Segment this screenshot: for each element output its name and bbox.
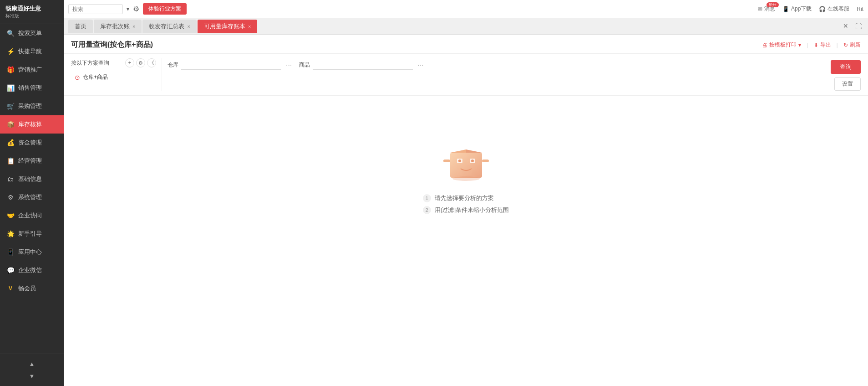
query-button[interactable]: 查询 <box>831 60 861 74</box>
tabbar-actions: × ⛶ <box>840 21 868 32</box>
tab-close-icon[interactable]: × <box>132 24 135 29</box>
tip-number-2: 2 <box>423 206 431 214</box>
service-label: 在线客服 <box>827 5 849 13</box>
sidebar-item-label: 搜索菜单 <box>18 29 42 37</box>
sidebar-item-quick-nav[interactable]: ⚡ 快捷导航 <box>0 42 64 61</box>
message-icon: ✉ <box>758 6 762 12</box>
phone-icon: 📱 <box>782 6 789 12</box>
cart-icon: 🛒 <box>6 102 15 110</box>
warehouse-label: 仓库 <box>168 61 178 69</box>
goods-input[interactable] <box>313 60 413 70</box>
print-dropdown-icon[interactable]: ▾ <box>798 42 801 48</box>
refresh-button[interactable]: ↻ 刷新 <box>843 41 861 49</box>
search-icon: 🔍 <box>6 29 15 37</box>
sidebar-item-apps[interactable]: 📱 应用中心 <box>0 243 64 261</box>
tip-text-1: 请先选择要分析的方案 <box>435 194 494 202</box>
goods-label: 商品 <box>299 61 310 69</box>
sidebar-scroll-down[interactable]: ▼ <box>0 370 64 382</box>
empty-tip-1: 1 请先选择要分析的方案 <box>423 194 509 202</box>
scheme-settings-button[interactable]: ⚙ <box>136 58 145 67</box>
warehouse-more-icon[interactable]: ··· <box>286 61 292 69</box>
separator: | <box>837 41 838 48</box>
sidebar-scroll-up[interactable]: ▲ <box>0 358 64 370</box>
user-menu[interactable]: Rit <box>857 6 863 12</box>
svg-rect-7 <box>443 160 450 162</box>
tabbar: 首页 库存批次账 × 收发存汇总表 × 可用量库存账本 × × ⛶ <box>64 18 868 35</box>
sidebar-item-member[interactable]: V 畅会员 <box>0 279 64 298</box>
goods-filter-group: 商品 ··· <box>299 60 423 70</box>
search-input[interactable] <box>68 4 123 14</box>
close-all-tabs-button[interactable]: × <box>840 21 851 32</box>
sidebar-item-label: 应用中心 <box>18 248 42 256</box>
main-content: ▾ ⚙ 体验行业方案 ✉ 消息 99+ 📱 App下载 🎧 在线客服 Rit <box>64 0 868 386</box>
sidebar-item-sales[interactable]: 📊 销售管理 <box>0 79 64 97</box>
warehouse-input[interactable] <box>181 60 281 70</box>
sidebar-item-label: 基础信息 <box>18 175 42 183</box>
filter-settings-button[interactable]: 设置 <box>834 77 861 91</box>
tab-available[interactable]: 可用量库存账本 × <box>198 20 257 33</box>
sidebar-item-label: 快捷导航 <box>18 47 42 56</box>
page-header: 可用量查询(按仓库+商品) 🖨 按模板打印 ▾ | ⬇ 导出 | ↻ 刷新 <box>64 35 868 54</box>
goods-more-icon[interactable]: ··· <box>417 61 423 69</box>
message-button[interactable]: ✉ 消息 99+ <box>758 5 775 13</box>
tip-number-1: 1 <box>423 194 431 202</box>
collapse-button[interactable]: 《 <box>147 58 156 67</box>
sidebar-item-label: 资金管理 <box>18 139 42 147</box>
tab-batch[interactable]: 库存批次账 × <box>94 20 142 33</box>
settings-gear-icon[interactable]: ⚙ <box>133 5 139 13</box>
tab-close-icon[interactable]: × <box>248 24 251 29</box>
filter-inputs: 仓库 ··· 商品 ··· 查询 设置 <box>168 58 861 91</box>
export-icon: ⬇ <box>814 42 818 48</box>
tab-close-icon[interactable]: × <box>187 24 190 29</box>
app-download-button[interactable]: 📱 App下载 <box>782 5 812 13</box>
empty-state: 1 请先选择要分析的方案 2 用[过滤]条件来缩小分析范围 <box>64 96 868 251</box>
print-icon: 🖨 <box>762 42 767 48</box>
sidebar-item-marketing[interactable]: 🎁 营销推广 <box>0 61 64 79</box>
sidebar-item-wechat[interactable]: 💬 企业微信 <box>0 261 64 279</box>
logo-subtitle: 标准版 <box>5 13 58 19</box>
svg-marker-2 <box>466 149 482 153</box>
dropdown-arrow-icon[interactable]: ▾ <box>127 6 129 12</box>
sidebar-item-operations[interactable]: 📋 经营管理 <box>0 152 64 170</box>
sidebar-item-label: 库存核算 <box>18 120 42 129</box>
handshake-icon: 🤝 <box>6 211 15 220</box>
scheme-item[interactable]: ⊙ 仓库+商品 <box>71 71 156 83</box>
sidebar-item-finance[interactable]: 💰 资金管理 <box>0 134 64 152</box>
query-actions: 查询 设置 <box>831 60 861 91</box>
chart-icon: 📊 <box>6 84 15 92</box>
print-button[interactable]: 🖨 按模板打印 ▾ <box>762 41 801 49</box>
sidebar-item-newbie[interactable]: 🌟 新手引导 <box>0 225 64 243</box>
folder-icon: 🗂 <box>6 175 15 183</box>
sidebar-bottom: ▲ ▼ <box>0 354 64 386</box>
sidebar: 畅康通好生意 标准版 🔍 搜索菜单 ⚡ 快捷导航 🎁 营销推广 📊 销售管理 🛒… <box>0 0 64 386</box>
scheme-header-actions: + ⚙ 《 <box>125 58 156 67</box>
page-actions: 🖨 按模板打印 ▾ | ⬇ 导出 | ↻ 刷新 <box>762 41 861 49</box>
sidebar-item-label: 营销推广 <box>18 66 42 74</box>
trial-button[interactable]: 体验行业方案 <box>143 3 187 15</box>
online-service-button[interactable]: 🎧 在线客服 <box>819 5 849 13</box>
sidebar-item-basic[interactable]: 🗂 基础信息 <box>0 170 64 188</box>
svg-rect-8 <box>482 160 489 162</box>
sidebar-item-inventory[interactable]: 📦 库存核算 <box>0 115 64 134</box>
tab-label: 可用量库存账本 <box>204 22 245 31</box>
expand-button[interactable]: ⛶ <box>853 22 864 31</box>
sidebar-logo: 畅康通好生意 标准版 <box>0 0 64 24</box>
tab-home[interactable]: 首页 <box>68 20 93 33</box>
export-button[interactable]: ⬇ 导出 <box>814 41 831 49</box>
user-name: Rit <box>857 6 863 12</box>
sidebar-item-search[interactable]: 🔍 搜索菜单 <box>0 24 64 42</box>
tab-summary[interactable]: 收发存汇总表 × <box>142 20 196 33</box>
tab-label: 收发存汇总表 <box>149 22 184 31</box>
sidebar-item-coop[interactable]: 🤝 企业协同 <box>0 206 64 225</box>
topbar-search-area <box>68 4 123 14</box>
svg-point-5 <box>458 160 461 162</box>
tab-label: 首页 <box>75 22 86 31</box>
app-icon: 📱 <box>6 248 15 256</box>
sidebar-item-label: 畅会员 <box>18 284 36 293</box>
sidebar-item-purchase[interactable]: 🛒 采购管理 <box>0 97 64 115</box>
sidebar-item-label: 企业微信 <box>18 266 42 274</box>
add-scheme-button[interactable]: + <box>125 58 134 67</box>
wechat-icon: 💬 <box>6 266 15 274</box>
sidebar-item-system[interactable]: ⚙ 系统管理 <box>0 188 64 206</box>
empty-illustration <box>439 132 493 187</box>
